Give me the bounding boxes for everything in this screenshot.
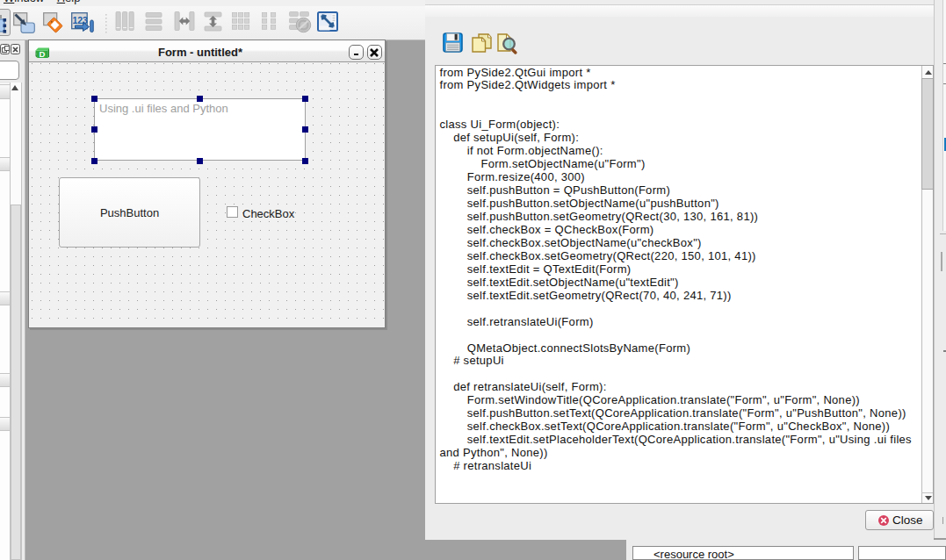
svg-text:123: 123 [72, 15, 88, 25]
